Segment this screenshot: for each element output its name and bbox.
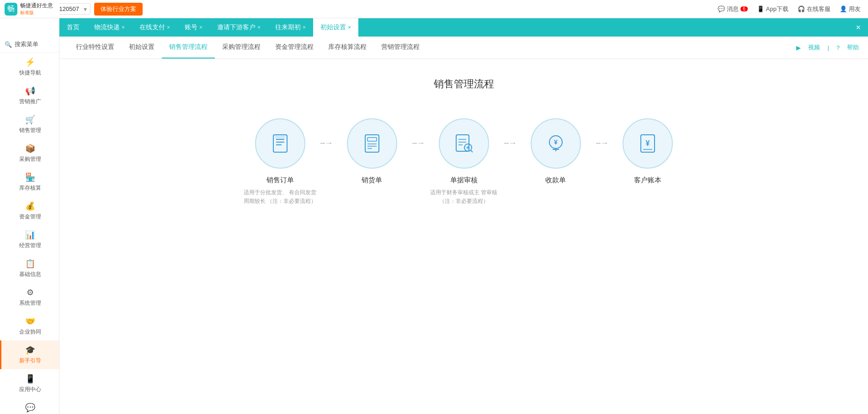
sidebar-icon-marketing: 📢 <box>25 86 35 96</box>
sidebar-item-marketing[interactable]: 📢营销推广 <box>0 81 59 110</box>
flow-arrow-3: - - → <box>596 118 607 148</box>
nav-tab-period[interactable]: 往来期初× <box>268 18 313 37</box>
sidebar-item-newbie[interactable]: 🎓新手引导 <box>0 340 59 369</box>
video-label[interactable]: 视频 <box>808 43 820 52</box>
user-label: 用友 <box>849 5 861 13</box>
nav-tabs: 首页物流快递×在线支付×账号×邀请下游客户×往来期初×初始设置×× <box>59 18 868 37</box>
separator: | <box>827 44 829 51</box>
flow-step-desc-sales_order: 适用于分批发货、 有合同发货周期较长 （注：非必要流程） <box>244 188 317 206</box>
main-content: 行业特性设置初始设置销售管理流程采购管理流程资金管理流程库存核算流程营销管理流程… <box>59 37 868 414</box>
nav-tab-invite[interactable]: 邀请下游客户× <box>210 18 268 37</box>
nav-tab-home[interactable]: 首页 <box>59 18 87 37</box>
online-service-item[interactable]: 🎧 在线客服 <box>798 5 831 13</box>
sidebar-icon-finance: 💰 <box>25 201 35 211</box>
sub-tab-industry[interactable]: 行业特性设置 <box>69 37 122 58</box>
service-icon: 🎧 <box>798 5 805 12</box>
nav-tab-close-account[interactable]: × <box>199 24 202 31</box>
svg-rect-6 <box>367 138 377 141</box>
app-download-item[interactable]: 📱 App下载 <box>757 5 788 13</box>
sidebar-item-shortcut[interactable]: ⚡快捷导航 <box>0 53 59 81</box>
online-service-label: 在线客服 <box>807 5 831 13</box>
sidebar-search[interactable]: 🔍 搜索菜单 <box>0 37 59 53</box>
sidebar-icon-newbie: 🎓 <box>25 345 35 355</box>
svg-rect-10 <box>456 135 469 151</box>
sidebar-icon-sales: 🛒 <box>25 115 35 125</box>
flow-step-customer_ledger: ¥ 客户账本 <box>611 118 684 188</box>
layout: 行业特性设置初始设置销售管理流程采购管理流程资金管理流程库存核算流程营销管理流程… <box>0 0 868 414</box>
svg-text:¥: ¥ <box>645 139 650 147</box>
nav-close-button[interactable]: × <box>848 18 868 37</box>
sidebar-label-finance: 资金管理 <box>19 213 41 221</box>
sub-tab-finance_flow[interactable]: 资金管理流程 <box>268 37 321 58</box>
sidebar-label-corp: 企业协同 <box>19 328 41 336</box>
sub-tab-sales_flow[interactable]: 销售管理流程 <box>162 37 215 58</box>
nav-tab-label-home: 首页 <box>67 23 80 32</box>
sidebar-item-inventory[interactable]: 🏪库存核算 <box>0 168 59 196</box>
search-icon: 🔍 <box>5 41 12 48</box>
sidebar: 🔍 搜索菜单 ⚡快捷导航📢营销推广🛒销售管理📦采购管理🏪库存核算💰资金管理📊经营… <box>0 0 59 414</box>
message-item[interactable]: 💬 消息 6 <box>718 5 748 13</box>
message-badge: 6 <box>740 6 748 11</box>
sub-tab-inventory_flow[interactable]: 库存核算流程 <box>321 37 374 58</box>
user-item[interactable]: 👤 用友 <box>840 5 861 13</box>
user-icon: 👤 <box>840 5 847 12</box>
sidebar-icon-wechat: 💬 <box>25 403 35 413</box>
flow-arrow-1: - - → <box>412 118 424 148</box>
help-label[interactable]: 帮助 <box>847 43 859 52</box>
flow-step-doc_review: 单据审核适用于财务审核或主 管审核 （注：非必要流程） <box>427 118 501 206</box>
nav-tab-init[interactable]: 初始设置× <box>313 18 358 37</box>
sidebar-icon-apps: 📱 <box>25 374 35 384</box>
message-label: 消息 <box>727 5 739 13</box>
sidebar-item-finance[interactable]: 💰资金管理 <box>0 196 59 225</box>
sidebar-item-basic[interactable]: 📋基础信息 <box>0 254 59 283</box>
sidebar-item-operations[interactable]: 📊经营管理 <box>0 225 59 254</box>
sidebar-label-newbie: 新手引导 <box>19 357 41 365</box>
flow-arrow-0: - - → <box>320 118 332 148</box>
sidebar-icon-purchase: 📦 <box>25 143 35 154</box>
sidebar-item-sales[interactable]: 🛒销售管理 <box>0 110 59 139</box>
sidebar-icon-operations: 📊 <box>25 230 35 240</box>
svg-text:¥: ¥ <box>554 138 558 146</box>
sidebar-item-apps[interactable]: 📱应用中心 <box>0 369 59 398</box>
nav-tab-label-init: 初始设置 <box>320 23 346 32</box>
svg-rect-4 <box>275 136 285 138</box>
sidebar-items: ⚡快捷导航📢营销推广🛒销售管理📦采购管理🏪库存核算💰资金管理📊经营管理📋基础信息… <box>0 53 59 414</box>
nav-tab-close-invite[interactable]: × <box>257 24 261 31</box>
logo-line2: 标准版 <box>20 10 53 16</box>
nav-tab-close-period[interactable]: × <box>303 24 306 31</box>
sub-tab-init[interactable]: 初始设置 <box>122 37 162 58</box>
sidebar-item-system[interactable]: ⚙系统管理 <box>0 283 59 312</box>
flow-circle-sales_order <box>255 118 305 169</box>
logo-line1: 畅捷通好生意 <box>20 2 53 10</box>
sidebar-item-corp[interactable]: 🤝企业协同 <box>0 312 59 340</box>
sidebar-label-basic: 基础信息 <box>19 271 41 278</box>
sub-tabs: 行业特性设置初始设置销售管理流程采购管理流程资金管理流程库存核算流程营销管理流程… <box>59 37 868 59</box>
download-icon: 📱 <box>757 5 764 12</box>
sub-tab-marketing_flow[interactable]: 营销管理流程 <box>374 37 427 58</box>
nav-tab-close-init[interactable]: × <box>348 24 351 31</box>
trial-button[interactable]: 体验行业方案 <box>94 3 143 16</box>
page-body: 销售管理流程 销售订单适用于分批发货、 有合同发货周期较长 （注：非必要流程）-… <box>59 59 868 224</box>
nav-tab-logistics[interactable]: 物流快递× <box>87 18 132 37</box>
sidebar-item-wechat[interactable]: 💬企业微信 <box>0 398 59 414</box>
nav-tab-close-logistics[interactable]: × <box>122 24 125 31</box>
nav-tab-close-payment[interactable]: × <box>167 24 170 31</box>
nav-tab-label-logistics: 物流快递 <box>94 23 120 32</box>
sidebar-item-purchase[interactable]: 📦采购管理 <box>0 139 59 168</box>
sidebar-label-sales: 销售管理 <box>19 127 41 134</box>
sub-tabs-right: ▶ 视频 | ? 帮助 <box>796 43 859 52</box>
flow-step-desc-doc_review: 适用于财务审核或主 管审核 （注：非必要流程） <box>427 188 501 206</box>
sidebar-label-inventory: 库存核算 <box>19 184 41 192</box>
sidebar-label-system: 系统管理 <box>19 299 41 307</box>
nav-tab-payment[interactable]: 在线支付× <box>132 18 177 37</box>
search-label: 搜索菜单 <box>15 40 38 48</box>
sub-tab-purchase_flow[interactable]: 采购管理流程 <box>215 37 268 58</box>
flow-step-name-sales_order: 销售订单 <box>266 176 294 185</box>
logo-text-area: 畅捷通好生意 标准版 <box>20 2 53 16</box>
flow-step-name-receipt: 收款单 <box>545 176 566 185</box>
flow-circle-sales_invoice <box>347 118 397 169</box>
sidebar-logo: 畅 畅捷通好生意 标准版 <box>0 0 59 18</box>
flow-step-sales_invoice: 销货单 <box>335 118 409 188</box>
sidebar-icon-system: ⚙ <box>27 287 34 297</box>
nav-tab-account[interactable]: 账号× <box>177 18 210 37</box>
